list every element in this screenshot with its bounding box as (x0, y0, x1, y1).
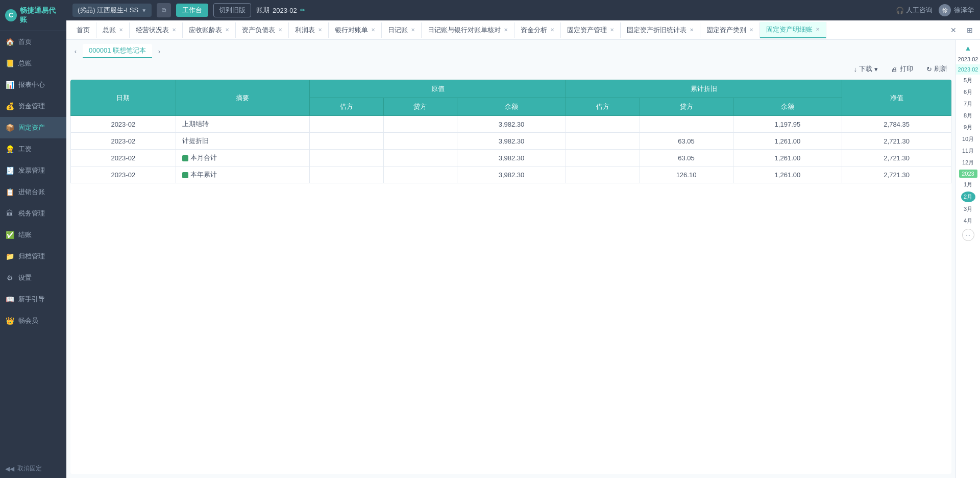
tab-ar-aging-close[interactable]: ✕ (225, 27, 229, 33)
tab-profit-close[interactable]: ✕ (318, 27, 322, 33)
print-button[interactable]: 🖨 打印 (887, 62, 917, 76)
download-button[interactable]: ↓ 下载 ▾ (850, 62, 883, 76)
tab-fa-depreciation[interactable]: 固定资产折旧统计表 ✕ (621, 22, 700, 38)
timeline-year-2023-active[interactable]: 2023.02 (956, 64, 980, 75)
tab-ar-aging[interactable]: 应收账龄表 ✕ (183, 22, 236, 38)
timeline-year-badge-2023[interactable]: 2023 (959, 170, 977, 178)
tab-fund-analysis[interactable]: 资金分析 ✕ (514, 22, 561, 38)
tab-bank-statement[interactable]: 银行对账单 ✕ (329, 22, 382, 38)
tab-fa-depreciation-label: 固定资产折旧统计表 (627, 26, 687, 35)
sidebar-item-fixed-assets[interactable]: 📦 固定资产 (0, 117, 66, 138)
sidebar-item-close-label: 结账 (18, 230, 32, 240)
funds-icon: 💰 (5, 102, 14, 111)
tab-fund-analysis-close[interactable]: ✕ (550, 27, 554, 33)
timeline-month-3[interactable]: 3月 (956, 203, 980, 215)
cell-orig-balance: 3,982.30 (457, 116, 566, 133)
timeline-more-btn[interactable]: ··· (962, 229, 974, 241)
timeline-month-10[interactable]: 10月 (956, 133, 980, 145)
sidebar-item-archive-label: 归档管理 (18, 252, 45, 261)
sidebar-item-sales[interactable]: 📋 进销台账 (0, 181, 66, 203)
tab-fa-mgmt-label: 固定资产管理 (567, 26, 607, 35)
print-label: 打印 (900, 64, 913, 74)
tab-business-status-close[interactable]: ✕ (172, 27, 176, 33)
timeline-month-7[interactable]: 7月 (956, 98, 980, 110)
company-selector[interactable]: (劣品) 江西服生-LSS ▼ (72, 4, 152, 17)
tab-fa-detail[interactable]: 固定资产明细账 ✕ (760, 22, 826, 38)
timeline-month-12[interactable]: 12月 (956, 157, 980, 169)
timeline-year-2023-top[interactable]: 2023.02 (956, 54, 980, 64)
cell-accum-balance: 1,261.00 (733, 150, 842, 166)
tab-close-all-btn[interactable]: ✕ (947, 24, 960, 36)
sidebar-item-tax[interactable]: 🏛 税务管理 (0, 203, 66, 224)
timeline-month-4[interactable]: 4月 (956, 215, 980, 227)
tab-ledger-close[interactable]: ✕ (119, 27, 123, 33)
th-accumulated-depreciation: 累计折旧 (566, 80, 842, 98)
tab-fa-category[interactable]: 固定资产类别 ✕ (700, 22, 760, 38)
service-button[interactable]: 🎧 人工咨询 (896, 6, 933, 15)
workbench-label: 工作台 (182, 6, 202, 14)
tab-journal-reconcile[interactable]: 日记账与银行对账单核对 ✕ (422, 22, 514, 38)
header: (劣品) 江西服生-LSS ▼ ⧉ 工作台 切到旧版 账期 2023-02 ✏ … (66, 0, 980, 20)
tab-fa-depreciation-close[interactable]: ✕ (690, 27, 694, 33)
sidebar-item-settings[interactable]: ⚙ 设置 (0, 267, 66, 289)
sub-tab-laptop[interactable]: 000001 联想笔记本 (83, 44, 152, 58)
user-menu[interactable]: 徐 徐泽华 (939, 4, 974, 16)
refresh-button[interactable]: ↻ 刷新 (922, 62, 951, 76)
timeline-month-2-current[interactable]: 2月 (961, 192, 975, 202)
tab-balance-sheet[interactable]: 资产负债表 ✕ (236, 22, 289, 38)
copy-button[interactable]: ⧉ (157, 3, 171, 17)
period-value: 2023-02 (273, 7, 297, 14)
cell-orig-debit (310, 166, 383, 183)
timeline-month-6[interactable]: 6月 (956, 86, 980, 98)
period-edit-icon[interactable]: ✏ (300, 7, 305, 14)
tab-profit[interactable]: 利润表 ✕ (289, 22, 329, 38)
tab-journal-close[interactable]: ✕ (411, 27, 415, 33)
sidebar-item-guide[interactable]: 📖 新手引导 (0, 289, 66, 310)
sidebar-item-archive[interactable]: 📁 归档管理 (0, 246, 66, 267)
avatar: 徐 (939, 4, 951, 16)
sidebar-item-ledger[interactable]: 📒 总账 (0, 53, 66, 74)
tab-journal-reconcile-close[interactable]: ✕ (504, 27, 508, 33)
sub-tab-laptop-label: 000001 联想笔记本 (89, 46, 146, 54)
sub-tab-prev[interactable]: ‹ (70, 46, 81, 56)
sidebar-unpin-label: 取消固定 (17, 464, 42, 473)
tab-fa-category-close[interactable]: ✕ (749, 27, 753, 33)
sidebar-item-vip[interactable]: 👑 畅会员 (0, 310, 66, 331)
timeline-month-11[interactable]: 11月 (956, 145, 980, 157)
th-orig-credit: 贷方 (383, 98, 457, 116)
sidebar-item-salary[interactable]: 👷 工资 (0, 138, 66, 160)
timeline-month-5[interactable]: 5月 (956, 75, 980, 86)
fixed-assets-detail-table: 日期 摘要 原值 累计折旧 净值 借方 贷方 余额 借方 (70, 80, 951, 183)
tab-fa-detail-label: 固定资产明细账 (766, 25, 813, 34)
sidebar-item-home[interactable]: 🏠 首页 (0, 31, 66, 53)
sidebar-item-funds[interactable]: 💰 资金管理 (0, 95, 66, 117)
cell-accum-credit: 126.10 (640, 166, 733, 183)
app-name: 畅捷通易代账 (20, 6, 61, 25)
tab-balance-sheet-close[interactable]: ✕ (278, 27, 282, 33)
cell-orig-credit (383, 166, 457, 183)
cell-summary: 上期结转 (176, 116, 310, 133)
company-dropdown-icon: ▼ (141, 8, 146, 13)
tab-ledger[interactable]: 总账 ✕ (96, 22, 130, 38)
sub-tab-next[interactable]: › (154, 46, 164, 56)
tab-business-status[interactable]: 经营状况表 ✕ (130, 22, 183, 38)
workbench-button[interactable]: 工作台 (176, 4, 208, 17)
tab-home[interactable]: 首页 (70, 22, 96, 38)
timeline-scroll-up[interactable]: ▲ (963, 42, 974, 54)
sidebar-unpin-btn[interactable]: ◀◀ 取消固定 (0, 459, 66, 478)
tab-fa-mgmt-close[interactable]: ✕ (610, 27, 614, 33)
tab-profit-label: 利润表 (295, 26, 315, 35)
sidebar-item-invoice[interactable]: 🧾 发票管理 (0, 160, 66, 181)
tab-journal[interactable]: 日记账 ✕ (382, 22, 422, 38)
sidebar-item-vip-label: 畅会员 (18, 316, 38, 325)
old-version-button[interactable]: 切到旧版 (213, 3, 251, 17)
timeline-month-9[interactable]: 9月 (956, 122, 980, 133)
tab-bank-statement-close[interactable]: ✕ (371, 27, 375, 33)
timeline-month-8[interactable]: 8月 (956, 110, 980, 122)
tab-fa-detail-close[interactable]: ✕ (816, 27, 820, 32)
timeline-month-1[interactable]: 1月 (956, 179, 980, 190)
tab-expand-btn[interactable]: ⊞ (964, 24, 976, 36)
sidebar-item-close[interactable]: ✅ 结账 (0, 224, 66, 246)
sidebar-item-reports[interactable]: 📊 报表中心 (0, 74, 66, 95)
tab-fa-mgmt[interactable]: 固定资产管理 ✕ (561, 22, 621, 38)
